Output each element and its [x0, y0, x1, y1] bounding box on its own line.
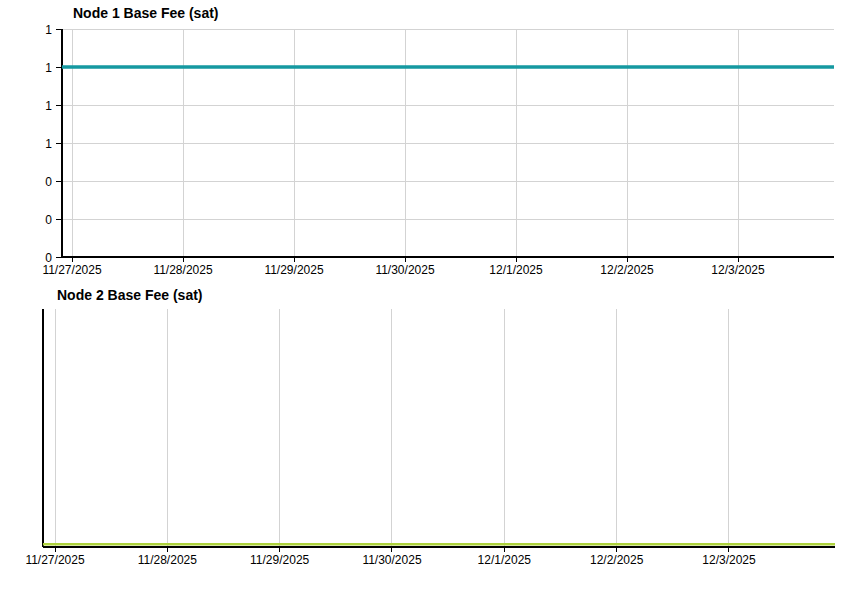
x-tick-label: 11/27/2025 — [25, 553, 84, 567]
x-tick-label: 11/30/2025 — [362, 553, 421, 567]
x-tick-label: 11/29/2025 — [250, 553, 309, 567]
chart1-title: Node 1 Base Fee (sat) — [73, 5, 219, 21]
y-tick-label: 1 — [45, 99, 52, 113]
y-tick-label: 0 — [45, 175, 52, 189]
x-tick-label: 11/30/2025 — [375, 263, 434, 277]
y-tick-label: 1 — [45, 137, 52, 151]
x-tick-label: 11/29/2025 — [264, 263, 323, 277]
x-tick-label: 11/27/2025 — [42, 263, 101, 277]
x-tick-label: 12/3/2025 — [702, 553, 756, 567]
x-tick-label: 12/2/2025 — [600, 263, 654, 277]
x-tick-label: 11/28/2025 — [153, 263, 212, 277]
x-tick-label: 12/1/2025 — [478, 553, 532, 567]
x-tick-label: 12/3/2025 — [711, 263, 765, 277]
y-tick-label: 1 — [45, 61, 52, 75]
y-tick-label: 1 — [45, 23, 52, 37]
y-tick-label: 0 — [45, 213, 52, 227]
x-tick-label: 12/2/2025 — [590, 553, 644, 567]
base-fee-charts-page: 000111111/27/202511/28/202511/29/202511/… — [0, 0, 860, 600]
x-tick-label: 12/1/2025 — [489, 263, 543, 277]
x-tick-label: 11/28/2025 — [138, 553, 197, 567]
chart2-title: Node 2 Base Fee (sat) — [57, 287, 203, 303]
